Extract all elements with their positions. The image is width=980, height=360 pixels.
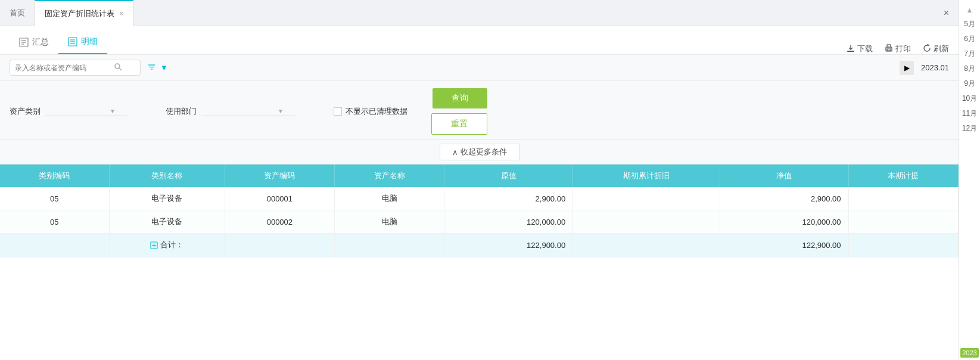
main-table: 类别编码 类别名称 资产编码 资产名称 原值 期初累计折旧 净值 本期计提 05…: [0, 165, 959, 257]
filter-row: 资产类别 ▼ 使用部门 ▼ 不显示已清理数据: [10, 88, 949, 135]
refresh-button[interactable]: 刷新: [923, 44, 949, 54]
summary-cell-c4: 122,900.00: [444, 234, 573, 257]
th-asset-code: 资产编码: [225, 165, 334, 187]
dept-group: 使用部门 ▼: [166, 106, 295, 117]
tab-detail[interactable]: 明细: [58, 30, 107, 54]
tab-home[interactable]: 首页: [0, 0, 35, 26]
right-sidebar: ▲ 5月6月7月8月9月10月11月12月 2023: [959, 0, 980, 360]
table-area: 类别编码 类别名称 资产编码 资产名称 原值 期初累计折旧 净值 本期计提 05…: [0, 165, 959, 360]
cell-r1-c7: [848, 210, 958, 234]
refresh-icon: [923, 44, 931, 54]
cell-r1-c3: 电脑: [335, 210, 444, 234]
cell-r0-c0: 05: [0, 187, 109, 210]
tab-active[interactable]: 固定资产折旧统计表 ×: [35, 0, 133, 26]
sidebar-month-item[interactable]: 10月: [961, 91, 978, 106]
sidebar-scroll-up[interactable]: ▲: [965, 5, 975, 15]
action-buttons: 查询 重置: [431, 88, 487, 135]
th-accum-depreciation: 期初累计折旧: [573, 165, 720, 187]
tab-summary[interactable]: 汇总: [10, 30, 58, 54]
tab-home-label: 首页: [10, 8, 25, 18]
cell-r1-c4: 120,000.00: [444, 210, 573, 234]
more-conditions-button[interactable]: ▼: [148, 63, 168, 73]
summary-label: 汇总: [32, 37, 49, 48]
search-input-wrap[interactable]: [10, 60, 141, 76]
sidebar-month-item[interactable]: 11月: [961, 106, 978, 121]
table-header-row: 类别编码 类别名称 资产编码 资产名称 原值 期初累计折旧 净值 本期计提: [0, 165, 959, 187]
asset-type-select[interactable]: ▼: [45, 107, 127, 116]
year-badge: 2023: [960, 348, 978, 358]
th-net-value: 净值: [720, 165, 848, 187]
download-button[interactable]: 下载: [847, 44, 873, 54]
asset-type-group: 资产类别 ▼: [10, 106, 127, 117]
cell-r0-c7: [848, 187, 958, 210]
filter-icon: [148, 63, 155, 73]
sidebar-month-item[interactable]: 9月: [961, 76, 978, 91]
download-label: 下载: [857, 44, 873, 54]
collapse-icon: ∧: [452, 148, 458, 157]
date-nav-button[interactable]: ▶: [900, 61, 914, 75]
th-category-code: 类别编码: [0, 165, 109, 187]
chevron-down-icon: ▼: [160, 63, 168, 72]
hide-cleared-checkbox[interactable]: [334, 107, 342, 116]
th-asset-name: 资产名称: [335, 165, 444, 187]
hide-cleared-group: 不显示已清理数据: [334, 106, 407, 117]
collapse-button[interactable]: ∧ 收起更多条件: [440, 144, 519, 160]
th-category-name: 类别名称: [109, 165, 225, 187]
cell-r0-c6: 2,900.00: [720, 187, 848, 210]
cell-r0-c1: 电子设备: [109, 187, 225, 210]
cell-r1-c1: 电子设备: [109, 210, 225, 234]
table-row: 05电子设备000002电脑120,000.00120,000.00: [0, 210, 959, 234]
cell-r0-c2: 000001: [225, 187, 334, 210]
summary-cell-c0: [0, 234, 109, 257]
svg-point-12: [115, 64, 120, 69]
svg-rect-8: [847, 51, 854, 52]
sidebar-month-item[interactable]: 6月: [961, 32, 978, 46]
asset-type-arrow: ▼: [110, 108, 116, 114]
table-row: 05电子设备000001电脑2,900.002,900.00: [0, 187, 959, 210]
summary-cell-c2: [225, 234, 334, 257]
tab-close-icon[interactable]: ×: [119, 10, 123, 18]
summary-icon: [19, 38, 29, 47]
dept-label: 使用部门: [166, 106, 197, 117]
summary-cell-c3: [335, 234, 444, 257]
sidebar-month-item[interactable]: 7月: [961, 46, 978, 61]
dept-select[interactable]: ▼: [201, 107, 295, 116]
cell-r1-c6: 120,000.00: [720, 210, 848, 234]
download-icon: [847, 44, 855, 54]
cell-r0-c3: 电脑: [335, 187, 444, 210]
summary-cell-c7: [848, 234, 958, 257]
query-button[interactable]: 查询: [433, 88, 487, 108]
collapse-label: 收起更多条件: [461, 147, 507, 157]
summary-cell-c1: 合计：: [109, 234, 225, 257]
th-original-value: 原值: [444, 165, 573, 187]
print-button[interactable]: 打印: [885, 44, 911, 54]
search-bar: ▼ ▶ 2023.01: [0, 55, 959, 81]
date-display: 2023.01: [921, 63, 949, 72]
search-icon: [114, 63, 122, 73]
summary-cell-c6: 122,900.00: [720, 234, 848, 257]
cell-r0-c5: [573, 187, 720, 210]
print-label: 打印: [895, 44, 911, 54]
tab-active-label: 固定资产折旧统计表: [45, 8, 114, 19]
filter-area: 资产类别 ▼ 使用部门 ▼ 不显示已清理数据: [0, 81, 959, 140]
collapse-row: ∧ 收起更多条件: [0, 140, 959, 165]
search-input[interactable]: [15, 64, 110, 72]
cell-r1-c2: 000002: [225, 210, 334, 234]
print-icon: [885, 44, 893, 54]
cell-r1-c0: 05: [0, 210, 109, 234]
svg-line-13: [119, 68, 122, 70]
cell-r0-c4: 2,900.00: [444, 187, 573, 210]
summary-cell-c5: [573, 234, 720, 257]
toolbar-right: 下载 打印 刷新: [847, 44, 949, 54]
content-panel: 汇总 明细 下载 打印: [0, 26, 959, 360]
asset-type-label: 资产类别: [10, 106, 41, 117]
detail-icon: [68, 37, 77, 46]
tab-bar: 首页 固定资产折旧统计表 × ×: [0, 0, 959, 26]
window-close-button[interactable]: ×: [944, 8, 949, 18]
detail-label: 明细: [81, 36, 98, 47]
sidebar-month-item[interactable]: 5月: [961, 17, 978, 32]
cell-r1-c5: [573, 210, 720, 234]
reset-button[interactable]: 重置: [431, 113, 487, 135]
sidebar-month-item[interactable]: 8月: [961, 61, 978, 76]
sidebar-month-item[interactable]: 12月: [961, 121, 978, 136]
